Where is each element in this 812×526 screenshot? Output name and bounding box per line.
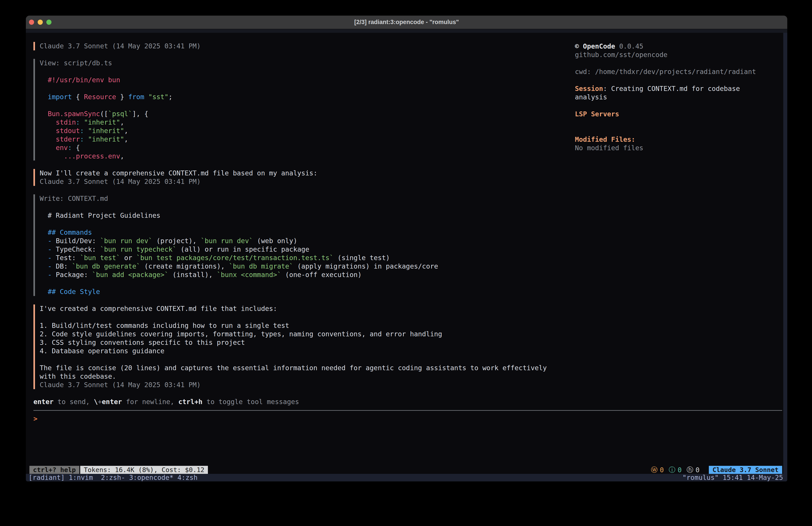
titlebar[interactable]: [2/3] radiant:3:opencode - "romulus" xyxy=(26,16,787,29)
assistant-message-summary: I've created a comprehensive CONTEXT.md … xyxy=(33,304,782,389)
keyboard-hints: enter to send, \+enter for newline, ctrl… xyxy=(33,398,782,406)
tmux-session-windows[interactable]: [radiant] 1:nvim 2:zsh- 3:opencode* 4:zs… xyxy=(29,474,198,481)
titlebar-divider xyxy=(26,29,787,33)
info-count: 0 xyxy=(678,466,682,474)
diagnostic-info: ⓘ 0 xyxy=(669,465,682,474)
diagnostic-warnings: ⓦ 0 xyxy=(651,465,664,474)
warning-icon: ⓦ xyxy=(651,465,657,474)
status-right: ⓦ 0 ⓘ 0 ⓗ 0 Claude 3.7 Sonnet xyxy=(646,465,782,474)
input-divider xyxy=(33,410,782,411)
tmux-status-bar: [radiant] 1:nvim 2:zsh- 3:opencode* 4:zs… xyxy=(26,474,787,481)
warning-count: 0 xyxy=(660,466,664,474)
hint-count: 0 xyxy=(695,466,699,474)
assistant-message: Now I'll create a comprehensive CONTEXT.… xyxy=(33,169,782,186)
tool-call-write-file: Write: CONTEXT.md # Radiant Project Guid… xyxy=(33,194,782,296)
prompt-chevron: > xyxy=(33,415,38,423)
status-bar: ctrl+? help Tokens: 16.4K (8%), Cost: $0… xyxy=(29,466,782,474)
window-title: [2/3] radiant:3:opencode - "romulus" xyxy=(26,19,787,26)
lsp-diagnostics: ⓦ 0 ⓘ 0 ⓗ 0 xyxy=(646,465,699,474)
tmux-host-clock: "romulus" 15:41 14-May-25 xyxy=(682,474,783,481)
terminal-window: [2/3] radiant:3:opencode - "romulus" Cla… xyxy=(26,16,787,481)
info-icon: ⓘ xyxy=(669,465,676,474)
prompt-input[interactable]: > xyxy=(33,415,782,423)
scrollbar[interactable] xyxy=(783,33,787,481)
status-left: ctrl+? help Tokens: 16.4K (8%), Cost: $0… xyxy=(29,466,208,474)
tokens-cost-badge: Tokens: 16.4K (8%), Cost: $0.12 xyxy=(80,466,208,474)
diagnostic-hints: ⓗ 0 xyxy=(686,465,699,474)
sidebar-info-panel: © OpenCode 0.0.45github.com/sst/opencode… xyxy=(575,42,769,152)
model-badge[interactable]: Claude 3.7 Sonnet xyxy=(709,466,782,474)
help-shortcut-badge[interactable]: ctrl+? help xyxy=(29,466,79,474)
hint-icon: ⓗ xyxy=(686,465,693,474)
